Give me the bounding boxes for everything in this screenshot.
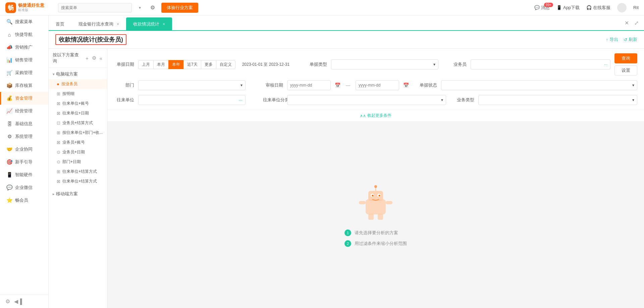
scheme-item-salesperson-settlement[interactable]: ⊡ 业务员+结算方式 — [49, 118, 107, 128]
svg-rect-8 — [368, 214, 374, 220]
scheme-item-partner-account[interactable]: ⊠ 往来单位+账号 — [49, 99, 107, 108]
sidebar-item-hardware[interactable]: 📱 智能硬件 — [0, 168, 48, 181]
detail-scheme-icon: ⊞ — [57, 91, 60, 96]
trial-btn[interactable]: 体验行业方案 — [161, 3, 198, 13]
tab-home[interactable]: 首页 — [49, 17, 71, 30]
sidebar-item-guide[interactable]: 🎯 新手引导 — [0, 156, 48, 168]
dept-label: 部门 — [114, 82, 134, 88]
header-right: 💬 消息 99+ 📱 App下载 🎧 在线客服 Rit — [534, 3, 639, 12]
scheme-item-by-detail[interactable]: ⊞ 按明细 — [49, 89, 107, 99]
sidebar-item-purchase[interactable]: 🛒 采购管理 — [0, 66, 48, 79]
refresh-btn[interactable]: ↺ 刷新 — [624, 37, 637, 43]
search-icon: 🔍 — [6, 19, 12, 25]
scheme-item-label-partner-account: 往来单位+账号 — [62, 101, 89, 106]
scheme-item-partner-dept[interactable]: ⊞ 按往来单位+部门+收... — [49, 128, 107, 138]
dept-select[interactable]: ▾ — [138, 80, 246, 90]
dept-chevron: ▾ — [240, 83, 243, 88]
page-body: 按以下方案查询 + ⚙ « ▾ 电脑端方案 ● 按业务员 — [49, 49, 644, 308]
scheme-item-partner-date[interactable]: ⊠ 往来单位+日期 — [49, 108, 107, 118]
robot-svg — [356, 183, 396, 223]
collapse-sidebar-icon[interactable]: ◀▐ — [14, 298, 22, 305]
tab-bank-flow[interactable]: 现金银行流水查询 × — [71, 17, 126, 30]
partner-account-icon: ⊠ — [57, 101, 60, 106]
doc-status-select[interactable]: ▾ — [441, 80, 637, 90]
partner-category-label: 往来单位分类 — [263, 97, 283, 103]
online-service-btn[interactable]: 🎧 在线客服 — [586, 5, 610, 11]
salesperson-more-icon: ··· — [604, 62, 607, 67]
date-btn-7days[interactable]: 近7天 — [183, 60, 201, 69]
sidebar-item-quick-nav[interactable]: ⌂ 快捷导航 — [0, 28, 48, 41]
app-download-label: App下载 — [563, 5, 580, 11]
tab-collection-stats[interactable]: 收款情况统计 × — [126, 17, 172, 30]
partner-more-icon[interactable]: ··· — [238, 97, 243, 103]
date-btn-custom[interactable]: 自定义 — [216, 60, 235, 69]
sidebar-label-purchase: 采购管理 — [15, 70, 33, 76]
audit-date-to[interactable] — [356, 80, 399, 90]
purchase-icon: 🛒 — [6, 70, 12, 76]
filter-area: 单据日期 上月 本月 本年 近7天 更多 自定义 2023-01-01 至 20… — [107, 49, 644, 110]
dropdown-icon[interactable]: ▾ — [136, 4, 144, 12]
scheme-group-desktop-header[interactable]: ▾ 电脑端方案 — [49, 69, 107, 79]
export-btn[interactable]: ↑ 导出 — [606, 37, 619, 43]
query-btn[interactable]: 查询 — [614, 53, 637, 63]
scheme-item-partner-settlement1[interactable]: ⊞ 往来单位+结算方式 — [49, 167, 107, 176]
scheme-item-sp-account[interactable]: ⊠ 业务员+账号 — [49, 138, 107, 147]
sidebar-item-basic[interactable]: 🗄 基础信息 — [0, 117, 48, 130]
date-btn-this-year[interactable]: 本年 — [168, 60, 183, 69]
svg-rect-7 — [386, 201, 392, 204]
tab-bank-close[interactable]: × — [117, 22, 119, 27]
salesperson-select[interactable]: ··· — [471, 59, 610, 69]
sidebar-item-ops[interactable]: 📈 经营管理 — [0, 105, 48, 117]
scheme-item-dept-date[interactable]: ⊙ 部门+日期 — [49, 157, 107, 167]
partner-category-select[interactable]: ▾ — [287, 95, 446, 105]
sidebar-item-inventory[interactable]: 📦 库存核算 — [0, 79, 48, 92]
app-download-btn[interactable]: 📱 App下载 — [556, 5, 580, 11]
tab-collection-close[interactable]: × — [163, 22, 165, 27]
sidebar-item-marketing[interactable]: 📣 营销推广 — [0, 41, 48, 54]
sidebar-item-wechat[interactable]: 💬 企业微信 — [0, 181, 48, 194]
message-icon: 💬 — [534, 5, 540, 10]
filter-collapse-btn[interactable]: ∧∧ 收起更多条件 — [107, 110, 644, 121]
scheme-collapse-btn[interactable]: « — [99, 55, 103, 62]
date-btn-this-month[interactable]: 本月 — [153, 60, 168, 69]
partner-select[interactable]: ··· — [138, 95, 246, 105]
inventory-icon: 📦 — [6, 83, 12, 89]
settings-btn[interactable]: 设置 — [614, 65, 637, 75]
scheme-item-sp-date[interactable]: ⊙ 业务员+日期 — [49, 147, 107, 157]
settings-bottom-icon[interactable]: ⚙ — [5, 298, 10, 305]
search-input[interactable] — [58, 3, 132, 12]
calendar-icon-2[interactable]: 📅 — [403, 83, 409, 88]
scheme-group-desktop-arrow: ▾ — [53, 72, 55, 76]
settings-icon[interactable]: ⚙ — [148, 3, 157, 12]
doc-type-select[interactable]: ▾ — [331, 59, 438, 69]
scheme-item-partner-settlement2[interactable]: ⊠ 往来单位+结算方式 — [49, 176, 107, 186]
messages-btn[interactable]: 💬 消息 99+ — [534, 5, 550, 11]
step-text-2: 用过滤条件来缩小分析范围 — [355, 241, 407, 247]
tab-expand-icon[interactable]: ⤢ — [633, 18, 640, 28]
user-name: Rit — [633, 5, 639, 10]
date-btn-more[interactable]: 更多 — [201, 60, 216, 69]
date-btn-last-month[interactable]: 上月 — [138, 60, 153, 69]
tab-close-all-icon[interactable]: ✕ — [623, 18, 630, 28]
user-avatar[interactable] — [617, 3, 627, 12]
sidebar-item-vip[interactable]: ⭐ 畅会员 — [0, 194, 48, 207]
sidebar-item-search-menu[interactable]: 🔍 搜索菜单 — [0, 15, 48, 28]
scheme-add-btn[interactable]: + — [85, 55, 89, 62]
filter-actions: 查询 设置 — [614, 53, 637, 75]
sidebar-item-sales[interactable]: 📊 销售管理 — [0, 54, 48, 66]
salesperson-scheme-icon: ● — [57, 82, 59, 87]
scheme-item-by-salesperson[interactable]: ● 按业务员 — [49, 79, 107, 89]
biz-type-select[interactable]: ▾ — [478, 95, 637, 105]
export-label: 导出 — [609, 37, 618, 43]
sidebar-item-system[interactable]: ⚙ 系统管理 — [0, 130, 48, 143]
tab-bank-label: 现金银行流水查询 — [78, 21, 113, 27]
sidebar-item-enterprise[interactable]: 🤝 企业协同 — [0, 143, 48, 156]
scheme-group-mobile-header[interactable]: ▸ 移动端方案 — [49, 189, 107, 199]
sidebar-label-marketing: 营销推广 — [15, 44, 33, 50]
audit-date-from[interactable] — [287, 80, 331, 90]
ops-icon: 📈 — [6, 108, 12, 114]
sidebar-item-fund[interactable]: 💰 资金管理 — [0, 92, 48, 105]
calendar-icon-1[interactable]: 📅 — [335, 83, 340, 88]
scheme-settings-btn[interactable]: ⚙ — [91, 54, 97, 62]
scheme-item-label-partner-date: 往来单位+日期 — [62, 110, 89, 116]
